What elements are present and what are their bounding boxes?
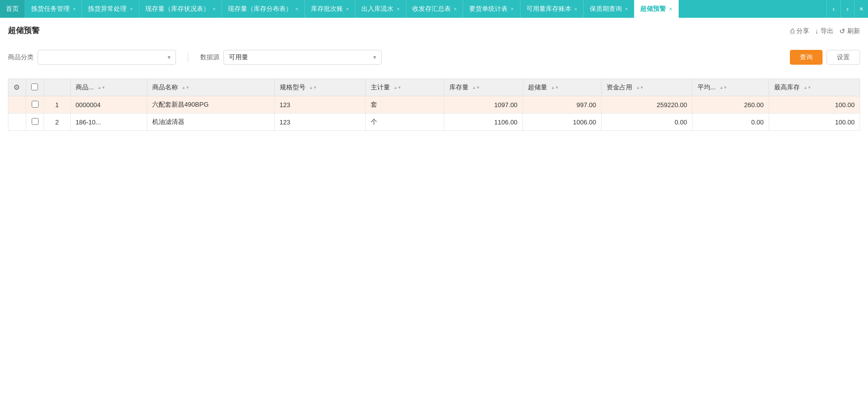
datasource-select-value: 可用量 — [229, 53, 248, 62]
export-button[interactable]: ↓ 导出 — [815, 27, 833, 36]
td-avg-1: 0.00 — [692, 114, 769, 131]
sort-product-name-icon[interactable]: ▲▼ — [182, 86, 190, 90]
nav-item-stock-dist[interactable]: 现存量（库存分布表） × — [222, 0, 304, 18]
td-spec-1: 123 — [274, 114, 365, 131]
td-gear-1 — [8, 114, 26, 131]
nav-label-batch-account: 库存批次账 — [311, 4, 343, 13]
share-icon: ⎙ — [790, 27, 794, 35]
td-stock-1: 1106.00 — [444, 114, 522, 131]
nav-item-over-storage[interactable]: 超储预警 × — [634, 0, 678, 18]
nav-close-all[interactable]: × — [854, 0, 868, 18]
nav-item-order-stat[interactable]: 要货单统计表 × — [463, 0, 520, 18]
nav-label-task-mgmt: 拣货任务管理 — [31, 4, 70, 13]
nav-close-over-storage[interactable]: × — [669, 6, 672, 12]
nav-close-available-ledger[interactable]: × — [574, 6, 577, 12]
query-button[interactable]: 查询 — [790, 50, 823, 65]
td-max-stock-1: 100.00 — [769, 114, 860, 131]
datasource-select[interactable]: 可用量 ▾ — [223, 50, 382, 65]
sort-stock-icon[interactable]: ▲▼ — [472, 86, 480, 90]
td-check-0 — [26, 96, 44, 114]
nav-item-stock-status[interactable]: 现存量（库存状况表） × — [139, 0, 222, 18]
nav-item-batch-account[interactable]: 库存批次账 × — [305, 0, 355, 18]
nav-label-stock-dist: 现存量（库存分布表） — [228, 4, 292, 13]
th-index — [44, 79, 71, 96]
settings-button[interactable]: 设置 — [826, 50, 860, 65]
nav-close-stock-status[interactable]: × — [213, 6, 216, 12]
sort-avg-icon[interactable]: ▲▼ — [719, 86, 727, 90]
nav-close-shelf-life[interactable]: × — [625, 6, 628, 12]
td-product-code-0: 0000004 — [70, 96, 147, 114]
nav-close-order-stat[interactable]: × — [511, 6, 514, 12]
th-product-code: 商品... ▲▼ — [70, 79, 147, 96]
nav-label-exception: 拣货异常处理 — [88, 4, 127, 13]
sort-unit-icon[interactable]: ▲▼ — [393, 86, 401, 90]
page-wrapper: 超储预警 ⎙ 分享 ↓ 导出 ↺ 刷新 商品分类 ▾ — [0, 18, 868, 395]
category-chevron-icon: ▾ — [168, 54, 171, 61]
sort-product-code-icon[interactable]: ▲▼ — [97, 86, 105, 90]
export-icon: ↓ — [815, 27, 819, 35]
td-product-name-1: 机油滤清器 — [147, 114, 274, 131]
nav-item-shelf-life[interactable]: 保质期查询 × — [584, 0, 634, 18]
row-checkbox-0[interactable] — [32, 101, 39, 108]
row-checkbox-1[interactable] — [32, 118, 39, 125]
th-unit: 主计量 ▲▼ — [365, 79, 444, 96]
td-unit-0: 套 — [365, 96, 444, 114]
category-select[interactable]: ▾ — [38, 50, 176, 65]
nav-close-exception[interactable]: × — [130, 6, 132, 12]
table-header-row: ⚙ 商品... ▲▼ 商品名称 ▲▼ 规格型号 ▲▼ — [8, 79, 860, 96]
th-capital: 资金占用 ▲▼ — [602, 79, 693, 96]
td-spec-0: 123 — [274, 96, 365, 114]
nav-close-recv-send[interactable]: × — [454, 6, 457, 12]
gear-icon[interactable]: ⚙ — [13, 83, 20, 91]
nav-close-task-mgmt[interactable]: × — [73, 6, 76, 12]
nav-label-stock-status: 现存量（库存状况表） — [145, 4, 210, 13]
td-over-stock-0: 997.00 — [522, 96, 601, 114]
td-index-0: 1 — [44, 96, 71, 114]
nav-item-available-ledger[interactable]: 可用量库存账本 × — [521, 0, 584, 18]
sort-over-stock-icon[interactable]: ▲▼ — [551, 86, 559, 90]
table-row: 1 0000004 六配套新昌490BPG 123 套 1097.00 997.… — [8, 96, 860, 114]
nav-arrows: ‹ › × — [826, 0, 868, 18]
th-stock: 库存量 ▲▼ — [444, 79, 522, 96]
filter-divider — [188, 52, 188, 62]
th-capital-label: 资金占用 — [607, 83, 632, 91]
refresh-label: 刷新 — [847, 27, 860, 36]
select-all-checkbox[interactable] — [31, 83, 38, 90]
nav-label-inout-flow: 出入库流水 — [361, 4, 393, 13]
nav-close-batch-account[interactable]: × — [346, 6, 349, 12]
sort-max-stock-icon[interactable]: ▲▼ — [804, 86, 812, 90]
nav-close-stock-dist[interactable]: × — [295, 6, 298, 12]
nav-label-order-stat: 要货单统计表 — [469, 4, 508, 13]
th-avg-label: 平均... — [697, 83, 716, 91]
refresh-icon: ↺ — [839, 27, 845, 35]
nav-item-recv-send[interactable]: 收发存汇总表 × — [406, 0, 463, 18]
nav-item-home[interactable]: 首页 — [0, 0, 25, 18]
nav-label-home: 首页 — [6, 4, 19, 13]
table-row: 2 186-10... 机油滤清器 123 个 1106.00 1006.00 … — [8, 114, 860, 131]
share-button[interactable]: ⎙ 分享 — [790, 27, 809, 36]
nav-next-arrow[interactable]: › — [840, 0, 854, 18]
refresh-button[interactable]: ↺ 刷新 — [839, 27, 860, 36]
title-actions: ⎙ 分享 ↓ 导出 ↺ 刷新 — [790, 27, 860, 36]
nav-item-exception[interactable]: 拣货异常处理 × — [82, 0, 139, 18]
th-avg: 平均... ▲▼ — [692, 79, 769, 96]
td-product-name-0: 六配套新昌490BPG — [147, 96, 274, 114]
nav-close-inout-flow[interactable]: × — [396, 6, 399, 12]
sort-capital-icon[interactable]: ▲▼ — [636, 86, 644, 90]
nav-label-available-ledger: 可用量库存账本 — [526, 4, 571, 13]
sort-spec-icon[interactable]: ▲▼ — [309, 86, 317, 90]
td-max-stock-0: 100.00 — [769, 96, 860, 114]
td-capital-1: 0.00 — [602, 114, 693, 131]
nav-item-task-mgmt[interactable]: 拣货任务管理 × — [25, 0, 82, 18]
th-over-stock: 超储量 ▲▼ — [522, 79, 601, 96]
share-label: 分享 — [796, 27, 809, 36]
th-gear: ⚙ — [8, 79, 26, 96]
td-gear-0 — [8, 96, 26, 114]
filter-bar: 商品分类 ▾ 数据源 可用量 ▾ 查询 设置 — [8, 44, 860, 71]
datasource-filter-group: 数据源 可用量 ▾ — [200, 50, 382, 65]
th-spec: 规格型号 ▲▼ — [274, 79, 365, 96]
td-unit-1: 个 — [365, 114, 444, 131]
nav-item-inout-flow[interactable]: 出入库流水 × — [355, 0, 406, 18]
nav-prev-arrow[interactable]: ‹ — [826, 0, 840, 18]
nav-label-over-storage: 超储预警 — [640, 4, 666, 13]
